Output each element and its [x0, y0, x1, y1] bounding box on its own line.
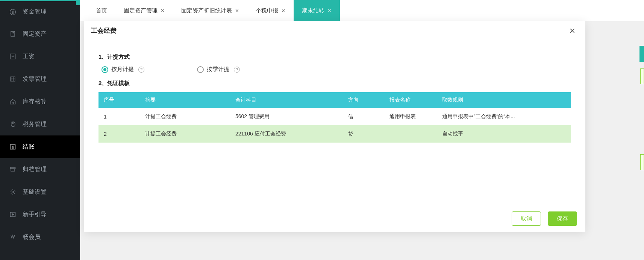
th-rule: 取数规则	[437, 92, 571, 108]
tab-home[interactable]: 首页	[88, 0, 115, 21]
sidebar-item-label: 库存核算	[23, 98, 47, 106]
cell-account: 5602 管理费用	[230, 108, 343, 125]
tab-fixed-asset-mgmt[interactable]: 固定资产管理 ✕	[115, 0, 173, 21]
cell-summary: 计提工会经费	[140, 125, 230, 143]
radio-icon	[197, 66, 204, 73]
sidebar-item-funds[interactable]: 资金管理	[0, 0, 80, 23]
tab-label: 个税申报	[256, 7, 278, 14]
sidebar-item-label: 新手引导	[23, 211, 47, 219]
modal-body: 1、计提方式 按月计提 ? 按季计提 ? 2、凭证模板 序号 摘要	[84, 41, 585, 205]
button-label: 取消	[521, 215, 532, 222]
accrual-method-radio-group: 按月计提 ? 按季计提 ?	[102, 66, 571, 73]
sidebar-item-label: 工资	[23, 53, 35, 61]
receipt-icon	[9, 75, 17, 83]
close-icon[interactable]: ✕	[327, 8, 332, 14]
close-icon[interactable]: ✕	[235, 8, 239, 14]
th-seq: 序号	[98, 92, 140, 108]
section-accrual-method: 1、计提方式	[98, 53, 571, 61]
close-icon[interactable]: ✕	[281, 8, 285, 14]
cell-rule: 自动找平	[437, 125, 571, 143]
cell-seq: 2	[98, 125, 140, 143]
sidebar-item-label: 资金管理	[23, 8, 47, 16]
sidebar-item-archive[interactable]: 归档管理	[0, 158, 80, 181]
modal-title: 工会经费	[91, 26, 117, 35]
house-icon	[9, 98, 17, 105]
sidebar-item-closing[interactable]: 结账	[0, 135, 80, 158]
cell-report	[384, 125, 437, 143]
th-direction: 方向	[343, 92, 384, 108]
svg-point-7	[12, 191, 14, 193]
sidebar-item-guide[interactable]: 新手引导	[0, 203, 80, 226]
cancel-button[interactable]: 取消	[512, 211, 541, 226]
sidebar-item-label: 结账	[23, 143, 35, 151]
close-icon[interactable]: ✕	[567, 25, 578, 37]
gear-icon	[9, 188, 17, 196]
save-button[interactable]: 保存	[548, 211, 577, 226]
sidebar-item-label: 归档管理	[23, 166, 47, 173]
radio-icon	[102, 66, 108, 73]
help-icon[interactable]: ?	[138, 67, 144, 73]
tab-bar: 首页 固定资产管理 ✕ 固定资产折旧统计表 ✕ 个税申报 ✕ 期末结转 ✕	[80, 0, 644, 21]
archive-icon	[9, 166, 17, 173]
sidebar-item-label: 畅会员	[23, 233, 41, 241]
hand-icon	[9, 120, 17, 128]
radio-quarterly[interactable]: 按季计提 ?	[197, 66, 240, 73]
background-fragment	[639, 46, 644, 62]
modal-header: 工会经费 ✕	[84, 21, 585, 41]
th-report: 报表名称	[384, 92, 437, 108]
sidebar-item-salary[interactable]: 工资	[0, 45, 80, 68]
radio-monthly[interactable]: 按月计提 ?	[102, 66, 144, 73]
table-row[interactable]: 2 计提工会经费 221106 应付工会经费 贷 自动找平	[98, 125, 571, 143]
cell-report: 通用申报表	[384, 108, 437, 125]
tab-label: 期末结转	[302, 7, 324, 14]
table-row[interactable]: 1 计提工会经费 5602 管理费用 借 通用申报表 通用申报表中”工会经费“的…	[98, 108, 571, 125]
tab-depreciation-report[interactable]: 固定资产折旧统计表 ✕	[173, 0, 247, 21]
sidebar-item-label: 固定资产	[23, 30, 47, 38]
sidebar-item-settings[interactable]: 基础设置	[0, 181, 80, 203]
close-icon[interactable]: ✕	[161, 8, 165, 14]
modal-footer: 取消 保存	[84, 205, 585, 232]
help-icon[interactable]: ?	[234, 67, 240, 73]
background-fragment	[640, 154, 644, 170]
calendar-cny-icon	[9, 143, 17, 151]
play-tile-icon	[9, 211, 17, 218]
sidebar-item-label: 税务管理	[23, 120, 47, 128]
cell-account: 221106 应付工会经费	[230, 125, 343, 143]
radio-label: 按季计提	[207, 66, 229, 73]
button-label: 保存	[557, 215, 568, 222]
union-funds-modal: 工会经费 ✕ 1、计提方式 按月计提 ? 按季计提 ? 2、凭证模板	[84, 21, 585, 232]
cell-rule: 通用申报表中”工会经费“的“本...	[437, 108, 571, 125]
tab-label: 首页	[96, 7, 107, 14]
sidebar-indicator	[76, 0, 80, 5]
sidebar-item-label: 基础设置	[23, 188, 47, 196]
chart-icon	[9, 53, 17, 60]
tab-label: 固定资产折旧统计表	[181, 7, 232, 14]
sidebar: 资金管理 固定资产 工资 发票管理 库存核算 税务管理 结账 归档管理 基础设置…	[0, 0, 80, 260]
cny-circle-icon	[9, 8, 17, 16]
th-summary: 摘要	[140, 92, 230, 108]
table-header-row: 序号 摘要 会计科目 方向 报表名称 取数规则	[98, 92, 571, 108]
sidebar-item-vip[interactable]: 畅会员	[0, 226, 80, 248]
section-voucher-template: 2、凭证模板	[98, 80, 571, 87]
sidebar-item-invoice[interactable]: 发票管理	[0, 68, 80, 90]
th-account: 会计科目	[230, 92, 343, 108]
tab-personal-tax[interactable]: 个税申报 ✕	[247, 0, 294, 21]
sidebar-item-inventory[interactable]: 库存核算	[0, 90, 80, 113]
background-fragment	[640, 68, 644, 84]
cell-direction: 贷	[343, 125, 384, 143]
sidebar-item-tax[interactable]: 税务管理	[0, 113, 80, 135]
svg-rect-1	[11, 31, 15, 36]
voucher-template-table: 序号 摘要 会计科目 方向 报表名称 取数规则 1 计提工会经费 5602 管理…	[98, 92, 571, 143]
sidebar-item-fixed-assets[interactable]: 固定资产	[0, 23, 80, 45]
building-icon	[9, 30, 17, 38]
cell-seq: 1	[98, 108, 140, 125]
tab-label: 固定资产管理	[124, 7, 158, 14]
vip-icon	[9, 233, 17, 241]
radio-label: 按月计提	[111, 66, 134, 73]
sidebar-item-label: 发票管理	[23, 75, 47, 83]
svg-rect-3	[11, 77, 15, 81]
cell-direction: 借	[343, 108, 384, 125]
cell-summary: 计提工会经费	[140, 108, 230, 125]
tab-period-close[interactable]: 期末结转 ✕	[294, 0, 340, 21]
